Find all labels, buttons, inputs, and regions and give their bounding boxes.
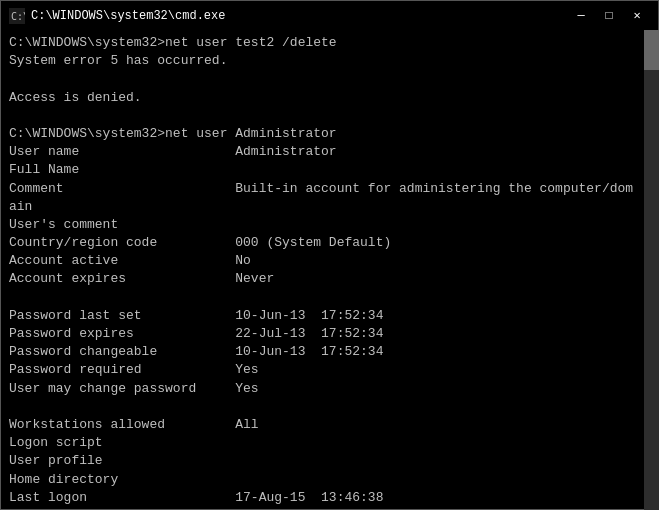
scrollbar-thumb[interactable] bbox=[644, 30, 659, 70]
titlebar-left: C:\ C:\WINDOWS\system32\cmd.exe bbox=[9, 8, 225, 24]
titlebar: C:\ C:\WINDOWS\system32\cmd.exe — □ ✕ bbox=[0, 0, 659, 30]
cmd-icon: C:\ bbox=[9, 8, 25, 24]
minimize-button[interactable]: — bbox=[568, 5, 594, 27]
close-button[interactable]: ✕ bbox=[624, 5, 650, 27]
titlebar-controls: — □ ✕ bbox=[568, 5, 650, 27]
maximize-button[interactable]: □ bbox=[596, 5, 622, 27]
window: C:\ C:\WINDOWS\system32\cmd.exe — □ ✕ C:… bbox=[0, 0, 659, 510]
scrollbar-track[interactable] bbox=[644, 30, 659, 510]
svg-text:C:\: C:\ bbox=[11, 11, 25, 22]
terminal-output[interactable]: C:\WINDOWS\system32>net user test2 /dele… bbox=[0, 30, 659, 510]
window-title: C:\WINDOWS\system32\cmd.exe bbox=[31, 9, 225, 23]
